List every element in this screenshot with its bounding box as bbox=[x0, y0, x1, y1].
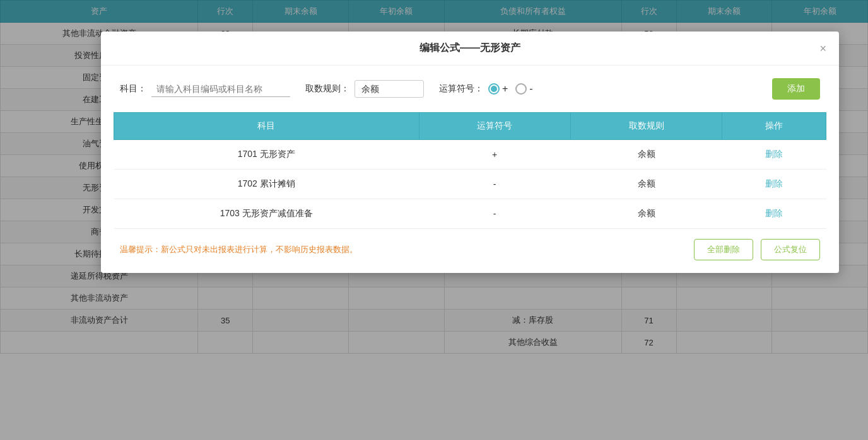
modal-close-button[interactable]: × bbox=[819, 43, 826, 54]
operator-label: 运算符号： bbox=[439, 83, 483, 95]
row3-action: 删除 bbox=[722, 199, 826, 229]
row3-subject: 1703 无形资产减值准备 bbox=[114, 199, 419, 229]
row2-action: 删除 bbox=[722, 170, 826, 199]
row1-operator: + bbox=[419, 140, 570, 170]
footer-buttons: 全部删除 公式复位 bbox=[694, 239, 820, 260]
modal-title: 编辑公式——无形资产 bbox=[419, 42, 520, 55]
row1-delete-link[interactable]: 删除 bbox=[765, 149, 783, 159]
row2-operator: - bbox=[419, 170, 570, 199]
radio-minus-label: - bbox=[529, 83, 532, 95]
table-row: 1702 累计摊销 - 余额 删除 bbox=[114, 170, 826, 199]
radio-minus[interactable]: - bbox=[515, 83, 532, 95]
modal-header: 编辑公式——无形资产 × bbox=[101, 32, 839, 66]
row3-rule: 余额 bbox=[570, 199, 722, 229]
modal-dialog: 编辑公式——无形资产 × 科目： 取数规则： 余额 借方 贷方 借方发生额 贷方… bbox=[101, 32, 839, 273]
delete-all-button[interactable]: 全部删除 bbox=[694, 239, 753, 260]
row2-rule: 余额 bbox=[570, 170, 722, 199]
footer-hint: 温馨提示：新公式只对未出报表进行计算，不影响历史报表数据。 bbox=[120, 244, 358, 255]
rule-select-wrapper: 余额 借方 贷方 借方发生额 贷方发生额 bbox=[355, 80, 424, 98]
row2-subject: 1702 累计摊销 bbox=[114, 170, 419, 199]
subject-label: 科目： bbox=[120, 83, 146, 95]
rule-form-group: 取数规则： 余额 借方 贷方 借方发生额 贷方发生额 bbox=[305, 80, 424, 98]
row1-rule: 余额 bbox=[570, 140, 722, 170]
row3-delete-link[interactable]: 删除 bbox=[765, 208, 783, 218]
radio-plus-circle bbox=[488, 83, 500, 95]
subject-input[interactable] bbox=[151, 81, 290, 97]
table-header-row: 科目 运算符号 取数规则 操作 bbox=[114, 113, 826, 140]
radio-plus[interactable]: + bbox=[488, 83, 508, 95]
row3-operator: - bbox=[419, 199, 570, 229]
add-button[interactable]: 添加 bbox=[772, 78, 820, 100]
modal-form-row: 科目： 取数规则： 余额 借方 贷方 借方发生额 贷方发生额 运算符号： bbox=[101, 66, 839, 112]
rule-label: 取数规则： bbox=[305, 83, 349, 95]
rule-select[interactable]: 余额 借方 贷方 借方发生额 贷方发生额 bbox=[355, 80, 424, 98]
row1-subject: 1701 无形资产 bbox=[114, 140, 419, 170]
radio-minus-circle bbox=[515, 83, 527, 95]
subject-form-group: 科目： bbox=[120, 81, 290, 97]
table-row: 1701 无形资产 + 余额 删除 bbox=[114, 140, 826, 170]
data-table-wrapper: 科目 运算符号 取数规则 操作 1701 无形资产 + 余额 删除 1702 累… bbox=[101, 112, 839, 229]
reset-formula-button[interactable]: 公式复位 bbox=[761, 239, 820, 260]
operator-radio-group: + - bbox=[488, 83, 533, 95]
th-rule: 取数规则 bbox=[570, 113, 722, 140]
formula-table: 科目 运算符号 取数规则 操作 1701 无形资产 + 余额 删除 1702 累… bbox=[114, 112, 826, 229]
row2-delete-link[interactable]: 删除 bbox=[765, 178, 783, 188]
radio-plus-label: + bbox=[502, 83, 508, 95]
th-subject: 科目 bbox=[114, 113, 419, 140]
modal-footer: 温馨提示：新公式只对未出报表进行计算，不影响历史报表数据。 全部删除 公式复位 bbox=[101, 229, 839, 260]
operator-form-group: 运算符号： + - bbox=[439, 83, 533, 95]
table-row: 1703 无形资产减值准备 - 余额 删除 bbox=[114, 199, 826, 229]
th-operator: 运算符号 bbox=[419, 113, 570, 140]
th-action: 操作 bbox=[722, 113, 826, 140]
row1-action: 删除 bbox=[722, 140, 826, 170]
